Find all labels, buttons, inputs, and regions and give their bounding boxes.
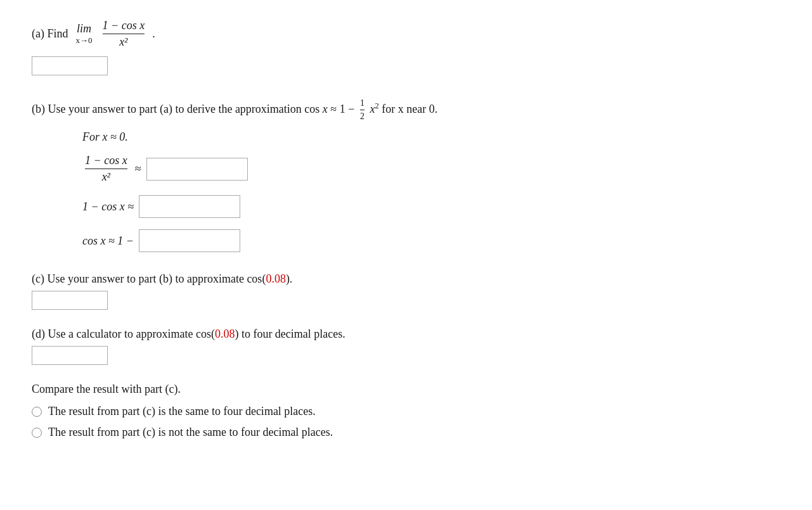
radio-circle-1[interactable] (32, 407, 42, 417)
row3: cos x ≈ 1 − (82, 229, 780, 252)
part-a: (a) Find lim x→0 1 − cos x x² . (32, 19, 780, 75)
part-c-value: 0.08 (266, 272, 286, 285)
lim-block: lim x→0 (76, 22, 93, 46)
radio-label-2: The result from part (c) is not the same… (48, 426, 333, 439)
b-frac-num: 1 (360, 98, 364, 110)
part-compare: Compare the result with part (c). The re… (32, 383, 780, 439)
part-a-label: (a) Find (32, 27, 68, 41)
part-b-content: For x ≈ 0. 1 − cos x x² ≈ 1 − cos x ≈ co… (82, 131, 780, 252)
row1-num: 1 − cos x (85, 154, 127, 169)
part-d-label: (d) Use a calculator to approximate cos(… (32, 328, 780, 341)
row1-approx: ≈ (135, 162, 141, 175)
lim-word: lim (77, 22, 91, 35)
b-frac-den: 2 (360, 110, 364, 122)
compare-label-text: Compare the result with part (c). (32, 383, 181, 395)
part-c-label-start: (c) Use your answer to part (b) to appro… (32, 272, 266, 285)
row1: 1 − cos x x² ≈ (82, 154, 780, 184)
part-b: (b) Use your answer to part (a) to deriv… (32, 98, 780, 252)
part-d-label-end: ) to four decimal places. (235, 328, 345, 340)
for-x-text: For x ≈ 0. (82, 131, 128, 143)
part-b-label: (b) Use your answer to part (a) to deriv… (32, 103, 302, 115)
radio-option-2[interactable]: The result from part (c) is not the same… (32, 426, 780, 439)
part-b-for-near: for x near 0. (382, 103, 437, 115)
row1-input[interactable] (146, 158, 248, 181)
part-a-numerator: 1 − cos x (103, 19, 145, 34)
lim-sub: x→0 (76, 35, 93, 46)
radio-label-1: The result from part (c) is the same to … (48, 405, 316, 418)
part-a-denominator: x² (119, 34, 127, 49)
part-d-label-start: (d) Use a calculator to approximate cos( (32, 328, 215, 340)
compare-label: Compare the result with part (c). (32, 383, 780, 396)
part-c: (c) Use your answer to part (b) to appro… (32, 272, 780, 310)
radio-option-1[interactable]: The result from part (c) is the same to … (32, 405, 780, 418)
part-a-period: . (152, 27, 155, 41)
row2: 1 − cos x ≈ (82, 195, 780, 218)
part-b-cos: cos x ≈ 1 − (304, 103, 354, 115)
part-d: (d) Use a calculator to approximate cos(… (32, 328, 780, 365)
radio-circle-2[interactable] (32, 428, 42, 438)
row3-left: cos x ≈ 1 − (82, 234, 134, 248)
part-b-x2-sup: 2 (375, 101, 378, 110)
part-a-input[interactable] (32, 56, 108, 75)
part-d-input[interactable] (32, 346, 108, 365)
row1-fraction: 1 − cos x x² (85, 154, 127, 184)
row2-left: 1 − cos x ≈ (82, 200, 134, 214)
part-c-input[interactable] (32, 291, 108, 310)
for-x-line: For x ≈ 0. (82, 131, 780, 144)
row2-input[interactable] (139, 195, 240, 218)
part-c-label: (c) Use your answer to part (b) to appro… (32, 272, 780, 286)
part-a-fraction: 1 − cos x x² (103, 19, 145, 49)
part-d-value: 0.08 (215, 328, 235, 340)
part-c-label-end: ). (286, 272, 293, 285)
row3-input[interactable] (139, 229, 240, 252)
part-b-statement: (b) Use your answer to part (a) to deriv… (32, 98, 780, 122)
row1-den: x² (102, 169, 110, 184)
